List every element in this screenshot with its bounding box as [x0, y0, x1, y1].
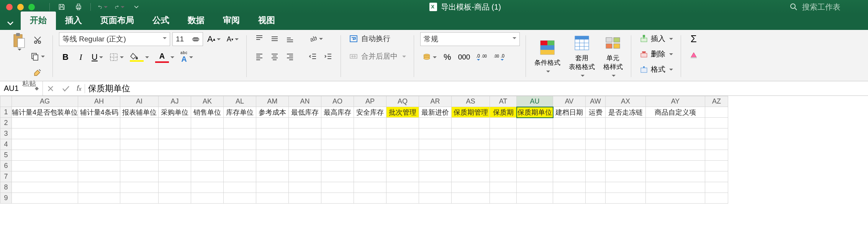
- cell-AQ2[interactable]: [387, 118, 419, 128]
- cell-AY8[interactable]: [646, 182, 705, 193]
- cell-AM3[interactable]: [256, 128, 289, 139]
- cell-AW6[interactable]: [586, 161, 606, 171]
- cell-AQ6[interactable]: [387, 161, 419, 171]
- cell-AH4[interactable]: [78, 139, 120, 150]
- cell-AX2[interactable]: [606, 118, 646, 128]
- cell-AH3[interactable]: [78, 128, 120, 139]
- col-header-AR[interactable]: AR: [419, 96, 452, 107]
- cell-AK6[interactable]: [191, 161, 224, 171]
- font-color-button[interactable]: A: [153, 51, 176, 64]
- cell-AT3[interactable]: [490, 128, 517, 139]
- cell-AM8[interactable]: [256, 182, 289, 193]
- cell-AY6[interactable]: [646, 161, 705, 171]
- cell-AO3[interactable]: [321, 128, 354, 139]
- percent-button[interactable]: %: [441, 51, 454, 64]
- fx-icon[interactable]: fx: [74, 84, 85, 93]
- col-header-AL[interactable]: AL: [224, 96, 256, 107]
- cell-AU9[interactable]: [517, 193, 553, 204]
- col-header-AU[interactable]: AU: [517, 96, 553, 107]
- cell-AZ2[interactable]: [705, 118, 728, 128]
- tab-data[interactable]: 数据: [179, 12, 214, 30]
- cell-AJ2[interactable]: [159, 118, 191, 128]
- cell-AR1[interactable]: 最新进价: [419, 107, 452, 118]
- cell-AO6[interactable]: [321, 161, 354, 171]
- cell-AM2[interactable]: [256, 118, 289, 128]
- row-header-7[interactable]: 7: [0, 171, 12, 182]
- cell-AI5[interactable]: [120, 150, 159, 161]
- cell-AZ3[interactable]: [705, 128, 728, 139]
- col-header-AS[interactable]: AS: [452, 96, 490, 107]
- cell-AP3[interactable]: [354, 128, 387, 139]
- cell-AX9[interactable]: [606, 193, 646, 204]
- cell-AZ8[interactable]: [705, 182, 728, 193]
- cell-AH2[interactable]: [78, 118, 120, 128]
- cell-AU1[interactable]: 保质期单位: [517, 107, 553, 118]
- align-left-button[interactable]: [253, 50, 266, 63]
- cell-AZ9[interactable]: [705, 193, 728, 204]
- row-header-5[interactable]: 5: [0, 150, 12, 161]
- format-cells-button[interactable]: 格式: [637, 63, 675, 76]
- cell-AN4[interactable]: [289, 139, 321, 150]
- increase-indent-button[interactable]: [322, 50, 335, 63]
- cell-style-button[interactable]: 单元 格样式: [601, 34, 625, 79]
- cell-AS4[interactable]: [452, 139, 490, 150]
- cell-AP9[interactable]: [354, 193, 387, 204]
- align-right-button[interactable]: [283, 50, 296, 63]
- cell-AU3[interactable]: [517, 128, 553, 139]
- paste-button[interactable]: [11, 32, 26, 58]
- align-bottom-button[interactable]: [283, 32, 296, 45]
- cell-AJ8[interactable]: [159, 182, 191, 193]
- col-header-AX[interactable]: AX: [606, 96, 646, 107]
- tab-formulas[interactable]: 公式: [143, 12, 179, 30]
- tab-insert[interactable]: 插入: [56, 12, 91, 30]
- cell-AS3[interactable]: [452, 128, 490, 139]
- phonetic-button[interactable]: abcA: [179, 51, 195, 64]
- border-button[interactable]: [107, 51, 126, 64]
- cell-AU8[interactable]: [517, 182, 553, 193]
- cell-AX7[interactable]: [606, 171, 646, 182]
- merge-center-button[interactable]: 合并后居中: [347, 50, 408, 63]
- cell-AW5[interactable]: [586, 150, 606, 161]
- cell-AH5[interactable]: [78, 150, 120, 161]
- row-header-3[interactable]: 3: [0, 128, 12, 139]
- cell-AV4[interactable]: [553, 139, 586, 150]
- cell-AX5[interactable]: [606, 150, 646, 161]
- cell-AI7[interactable]: [120, 171, 159, 182]
- orientation-button[interactable]: ab: [306, 32, 325, 45]
- cell-AI4[interactable]: [120, 139, 159, 150]
- cell-AT4[interactable]: [490, 139, 517, 150]
- cell-AM1[interactable]: 参考成本: [256, 107, 289, 118]
- cell-AV2[interactable]: [553, 118, 586, 128]
- cell-AV7[interactable]: [553, 171, 586, 182]
- cell-AI2[interactable]: [120, 118, 159, 128]
- cell-AG6[interactable]: [12, 161, 78, 171]
- row-header-1[interactable]: 1: [0, 107, 12, 118]
- cell-AI8[interactable]: [120, 182, 159, 193]
- cell-AP4[interactable]: [354, 139, 387, 150]
- cell-AY7[interactable]: [646, 171, 705, 182]
- conditional-format-button[interactable]: 条件格式: [532, 38, 563, 74]
- cell-AV8[interactable]: [553, 182, 586, 193]
- font-name-combo[interactable]: 等线 Regular (正文): [59, 32, 170, 46]
- cell-AY5[interactable]: [646, 150, 705, 161]
- cell-AW2[interactable]: [586, 118, 606, 128]
- maximize-window-button[interactable]: [28, 4, 35, 10]
- table-format-button[interactable]: 套用 表格格式: [567, 34, 597, 79]
- col-header-AQ[interactable]: AQ: [387, 96, 419, 107]
- cell-AG9[interactable]: [12, 193, 78, 204]
- cell-AW9[interactable]: [586, 193, 606, 204]
- cell-AJ1[interactable]: 采购单位: [159, 107, 191, 118]
- cell-AN1[interactable]: 最低库存: [289, 107, 321, 118]
- cell-AZ7[interactable]: [705, 171, 728, 182]
- cell-AM5[interactable]: [256, 150, 289, 161]
- cell-AT1[interactable]: 保质期: [490, 107, 517, 118]
- autosum-button[interactable]: Σ: [687, 32, 700, 45]
- cell-AM7[interactable]: [256, 171, 289, 182]
- cell-AK5[interactable]: [191, 150, 224, 161]
- decrease-decimal-button[interactable]: .00.0: [492, 51, 507, 64]
- save-icon[interactable]: [57, 2, 67, 12]
- cell-AJ4[interactable]: [159, 139, 191, 150]
- cell-AQ4[interactable]: [387, 139, 419, 150]
- cell-AN9[interactable]: [289, 193, 321, 204]
- cell-AV1[interactable]: 建档日期: [553, 107, 586, 118]
